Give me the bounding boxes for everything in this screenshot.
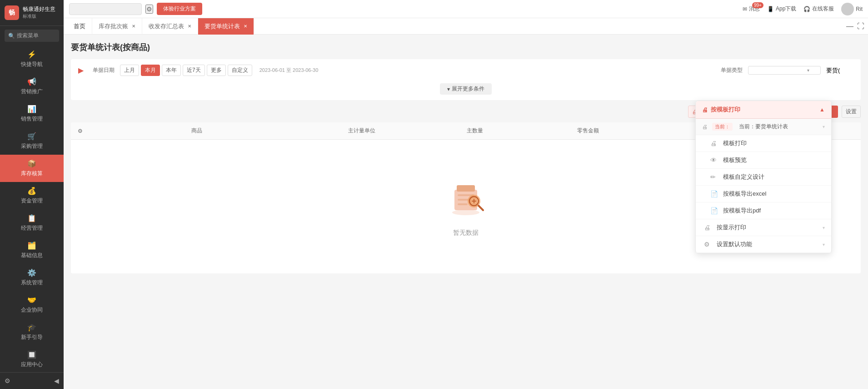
dropdown-header: 🖨 按模板打印 ▲ — [696, 101, 831, 119]
sidebar-item-basics[interactable]: 🗂️ 基础信息 — [0, 237, 64, 264]
sidebar-item-enterprise[interactable]: 🤝 企业协同 — [0, 291, 64, 318]
online-service-button[interactable]: 🎧 在线客服 — [803, 5, 834, 13]
sidebar-nav: ⚡ 快捷导航 📢 营销推广 📊 销售管理 🛒 采购管理 📦 库存核算 💰 资金管… — [0, 45, 64, 372]
sidebar-item-app-center[interactable]: 🔲 应用中心 — [0, 346, 64, 372]
service-icon: 🎧 — [803, 6, 810, 12]
template-preview-icon: 👁 — [710, 157, 718, 164]
dropdown-sub-set-default[interactable]: ⚙ 设置默认功能 ▾ — [696, 236, 831, 253]
print-header-icon: 🖨 — [702, 106, 708, 113]
sidebar-item-label: 快捷导航 — [21, 61, 43, 68]
messages-button[interactable]: ✉ 消息 99+ — [743, 5, 760, 13]
tab-home[interactable]: 首页 — [67, 18, 92, 35]
tabbar: 首页 库存批次账 ✕ 收发存汇总表 ✕ 要货单统计表 ✕ — ⛶ — [64, 18, 868, 35]
sidebar-item-inventory[interactable]: 📦 库存核算 — [0, 155, 64, 182]
topbar-gear-button[interactable]: ⚙ — [145, 5, 153, 14]
date-btn-more[interactable]: 更多 — [207, 65, 226, 76]
tab-home-label: 首页 — [74, 22, 85, 30]
expand-more-conditions-button[interactable]: ▾ 展开更多条件 — [440, 83, 492, 95]
sidebar-item-finance[interactable]: 💰 资金管理 — [0, 182, 64, 209]
tab-order-stats-label: 要货单统计表 — [205, 22, 240, 30]
settings-button[interactable]: 设置 — [842, 106, 861, 118]
date-btn-this-month[interactable]: 本月 — [141, 65, 160, 76]
dropdown-item-template-excel[interactable]: 📄 按模板导出excel — [696, 186, 831, 202]
sidebar-item-marketing[interactable]: 📢 营销推广 — [0, 73, 64, 100]
sidebar-item-label: 企业协同 — [21, 306, 43, 314]
sidebar-item-system[interactable]: ⚙️ 系统管理 — [0, 264, 64, 291]
empty-illustration — [443, 176, 489, 222]
trial-industry-button[interactable]: 体验行业方案 — [157, 3, 202, 15]
dropdown-chevron-up[interactable]: ▲ — [819, 106, 825, 113]
main-area: ⚙ 体验行业方案 ✉ 消息 99+ 📱 App下载 🎧 在线客服 Rit — [64, 0, 868, 389]
dropdown-item-template-pdf[interactable]: 📄 按模板导出pdf — [696, 202, 831, 219]
operations-icon: 📋 — [27, 214, 36, 222]
user-avatar-area[interactable]: Rit — [841, 3, 863, 15]
tab-receipt-summary-close[interactable]: ✕ — [188, 24, 191, 29]
basics-icon: 🗂️ — [27, 241, 36, 250]
collapse-sidebar-button[interactable]: ◀ — [54, 377, 59, 384]
sidebar-item-label: 采购管理 — [21, 142, 43, 150]
dropdown-title: 🖨 按模板打印 — [702, 106, 740, 114]
tab-batch-account[interactable]: 库存批次账 ✕ — [92, 18, 142, 35]
newbie-icon: 🎓 — [27, 323, 36, 332]
topbar: ⚙ 体验行业方案 ✉ 消息 99+ 📱 App下载 🎧 在线客服 Rit — [64, 0, 868, 18]
sidebar-item-operations[interactable]: 📋 经营管理 — [0, 209, 64, 237]
filter-date-label: 单据日期 — [93, 66, 115, 74]
display-print-arrow: ▾ — [823, 225, 825, 230]
date-btn-custom[interactable]: 自定义 — [228, 65, 252, 76]
sidebar-item-sales[interactable]: 📊 销售管理 — [0, 100, 64, 127]
minimize-button[interactable]: — — [846, 22, 853, 30]
current-template-arrow: ▾ — [823, 124, 825, 129]
tab-receipt-summary-label: 收发存汇总表 — [149, 22, 184, 30]
table-th-amount: 零售金额 — [532, 127, 645, 135]
sidebar-search-area: 🔍 搜索菜单 — [0, 26, 64, 45]
dropdown-current-template[interactable]: 🖨 当前： 当前：要货单统计表 ▾ — [696, 119, 831, 135]
sidebar-header: 畅 畅康通好生意 标准版 — [0, 0, 64, 26]
date-btn-last-month[interactable]: 上月 — [120, 65, 139, 76]
search-icon: 🔍 — [8, 33, 15, 39]
date-btn-7days[interactable]: 近7天 — [183, 65, 205, 76]
settings-footer-button[interactable]: ⚙ — [5, 377, 10, 384]
table-th-unit: 主计量单位 — [305, 127, 418, 135]
tab-actions: — ⛶ — [843, 22, 868, 30]
date-btn-this-year[interactable]: 本年 — [162, 65, 181, 76]
sidebar-item-label: 系统管理 — [21, 279, 43, 287]
sidebar-item-quick-nav[interactable]: ⚡ 快捷导航 — [0, 45, 64, 73]
dropdown-item-template-print[interactable]: 🖨 模板打印 — [696, 135, 831, 152]
current-template-name: 当前：要货单统计表 — [739, 123, 788, 131]
avatar — [841, 3, 854, 15]
tab-order-stats[interactable]: 要货单统计表 ✕ — [198, 18, 254, 35]
template-excel-icon: 📄 — [710, 190, 718, 197]
date-buttons: 上月 本月 本年 近7天 更多 自定义 — [120, 65, 252, 76]
app-download-button[interactable]: 📱 App下载 — [767, 5, 796, 13]
gear-icon[interactable]: ⚙ — [78, 128, 83, 134]
date-range-display: 2023-06-01 至 2023-06-30 — [259, 67, 319, 74]
empty-text: 暂无数据 — [453, 229, 479, 237]
content-area: 要货单统计表(按商品) ▶ 单据日期 上月 本月 本年 近7天 更多 自定义 2… — [64, 35, 868, 389]
collapse-icon: ◀ — [54, 377, 59, 384]
search-menu-button[interactable]: 🔍 搜索菜单 — [5, 30, 59, 42]
display-print-icon: 🖨 — [704, 224, 712, 231]
dropdown-item-template-preview[interactable]: 👁 模板预览 — [696, 152, 831, 169]
template-pdf-icon: 📄 — [710, 207, 718, 214]
dropdown-sub-display-print[interactable]: 🖨 按显示打印 ▾ — [696, 219, 831, 236]
filter-type-label: 单据类型 — [721, 66, 743, 74]
table-th-gear: ⚙ — [71, 128, 89, 134]
app-info: 畅康通好生意 标准版 — [23, 6, 55, 20]
filter-bar: ▶ 单据日期 上月 本月 本年 近7天 更多 自定义 2023-06-01 至 … — [71, 59, 861, 100]
sidebar-item-label: 库存核算 — [21, 170, 43, 177]
tab-batch-account-label: 库存批次账 — [99, 22, 128, 30]
topbar-search-box — [69, 3, 142, 15]
sidebar-item-newbie[interactable]: 🎓 新手引导 — [0, 318, 64, 346]
maximize-button[interactable]: ⛶ — [857, 22, 864, 30]
inventory-icon: 📦 — [27, 159, 36, 168]
tab-order-stats-close[interactable]: ✕ — [244, 24, 247, 29]
dropdown-item-template-design[interactable]: ✏ 模板自定义设计 — [696, 169, 831, 186]
svg-rect-5 — [458, 203, 468, 205]
filter-expand-arrow[interactable]: ▶ — [78, 66, 84, 75]
sidebar-item-purchase[interactable]: 🛒 采购管理 — [0, 127, 64, 155]
type-select[interactable]: ▾ — [748, 66, 821, 75]
tab-receipt-summary[interactable]: 收发存汇总表 ✕ — [142, 18, 198, 35]
tab-batch-account-close[interactable]: ✕ — [132, 24, 135, 29]
system-icon: ⚙️ — [27, 268, 36, 277]
message-icon: ✉ — [743, 6, 747, 12]
